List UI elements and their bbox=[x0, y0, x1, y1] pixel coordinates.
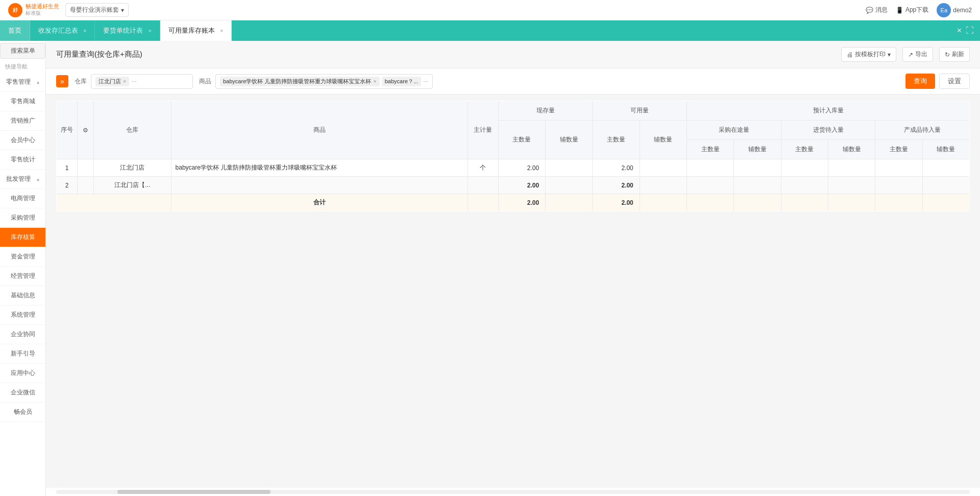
tab-order-summary[interactable]: 要货单统计表 × bbox=[95, 20, 160, 41]
sidebar-item-member-center[interactable]: 会员中心 bbox=[0, 131, 45, 150]
tab-available-inventory-close[interactable]: × bbox=[220, 28, 223, 34]
quick-nav-label: 快捷导航 bbox=[0, 59, 45, 73]
row-1-purchase-main bbox=[687, 159, 734, 177]
sidebar-item-basic-info[interactable]: 基础信息 bbox=[0, 286, 45, 305]
row-2-goods-sub bbox=[828, 177, 875, 194]
finance-label: 资金管理 bbox=[11, 252, 35, 261]
purchase-label: 采购管理 bbox=[11, 214, 35, 222]
warehouse-tag-close[interactable]: × bbox=[123, 78, 126, 84]
row-2-product-sub bbox=[922, 177, 969, 194]
tab-available-inventory[interactable]: 可用量库存账本 × bbox=[160, 20, 232, 41]
main-layout: 搜索菜单 快捷导航 零售管理 ▴ 零售商城 营销推广 会员中心 零售统计 批发管… bbox=[0, 41, 980, 496]
sidebar-item-retail-management[interactable]: 零售管理 ▴ bbox=[0, 73, 45, 92]
sidebar-item-finance[interactable]: 资金管理 bbox=[0, 247, 45, 267]
refresh-btn[interactable]: ↻ 刷新 bbox=[939, 47, 970, 62]
query-btn[interactable]: 查询 bbox=[905, 74, 935, 89]
refresh-icon: ↻ bbox=[945, 51, 950, 58]
summary-stock-sub bbox=[546, 194, 593, 211]
sidebar-item-enterprise-coop[interactable]: 企业协同 bbox=[0, 325, 45, 344]
tab-receive-summary-close[interactable]: × bbox=[83, 28, 86, 34]
filter-area: » 仓库 江北门店 × ··· 商品 babycare学饮杯 儿童防摔防撞吸管杯… bbox=[46, 68, 980, 95]
warehouse-filter-input[interactable]: 江北门店 × ··· bbox=[91, 74, 193, 89]
summary-stock-main: 2.00 bbox=[498, 194, 545, 211]
message-btn[interactable]: 💬 消息 bbox=[866, 6, 888, 14]
warehouse-filter-dots[interactable]: ··· bbox=[131, 78, 136, 85]
sidebar-item-ecommerce[interactable]: 电商管理 bbox=[0, 189, 45, 208]
sidebar-item-app-center[interactable]: 应用中心 bbox=[0, 364, 45, 383]
row-2-unit bbox=[468, 177, 498, 194]
app-download-label: App下载 bbox=[905, 6, 928, 14]
marketing-label: 营销推广 bbox=[11, 116, 35, 125]
table-row: 2 江北门店【... 2.00 2.00 bbox=[57, 177, 970, 194]
retail-stats-label: 零售统计 bbox=[11, 155, 35, 164]
tab-home[interactable]: 首页 bbox=[0, 20, 30, 41]
search-menu-btn[interactable]: 搜索菜单 bbox=[0, 43, 45, 59]
operations-label: 经营管理 bbox=[11, 272, 35, 280]
chat-icon: 💬 bbox=[866, 7, 873, 14]
sidebar-item-inventory[interactable]: 库存核算 bbox=[0, 228, 45, 247]
summary-available-sub bbox=[640, 194, 687, 211]
filter-toggle-btn[interactable]: » bbox=[56, 75, 68, 87]
export-icon: ↗ bbox=[908, 51, 913, 58]
product-filter-label: 商品 bbox=[199, 77, 211, 86]
summary-label-text: 合计 bbox=[171, 194, 468, 211]
logo: 好 畅捷通好生意 标准版 bbox=[8, 3, 59, 17]
sidebar-item-purchase[interactable]: 采购管理 bbox=[0, 208, 45, 228]
th-purchase-in-transit-group: 采购在途量 bbox=[687, 121, 781, 140]
sidebar-item-system[interactable]: 系统管理 bbox=[0, 305, 45, 325]
sidebar-item-enterprise-wechat[interactable]: 企业微信 bbox=[0, 383, 45, 403]
app-center-label: 应用中心 bbox=[11, 369, 35, 377]
tab-receive-summary[interactable]: 收发存汇总表 × bbox=[30, 20, 95, 41]
product-filter-input[interactable]: babycare学饮杯 儿童防摔防撞吸管杯重力球吸嘴杯宝宝水杯 × babyca… bbox=[215, 74, 433, 89]
th-main-unit: 主计量 bbox=[468, 101, 498, 159]
page-title: 可用量查询(按仓库+商品) bbox=[56, 50, 142, 59]
summary-purchase-main bbox=[687, 194, 734, 211]
sidebar-item-retail-stats[interactable]: 零售统计 bbox=[0, 150, 45, 170]
row-2-purchase-sub bbox=[734, 177, 781, 194]
warehouse-tag-value: 江北门店 bbox=[99, 78, 121, 85]
th-goods-pending-group: 进货待入量 bbox=[781, 121, 875, 140]
horizontal-scrollbar[interactable] bbox=[56, 490, 970, 494]
sidebar-item-vip-member[interactable]: 畅会员 bbox=[0, 403, 45, 422]
row-1-goods-main bbox=[781, 159, 828, 177]
row-2-no: 2 bbox=[57, 177, 78, 194]
product-tag-1-close[interactable]: × bbox=[373, 78, 376, 84]
row-1-stock-sub bbox=[546, 159, 593, 177]
sidebar-item-operations[interactable]: 经营管理 bbox=[0, 267, 45, 286]
scrollbar-thumb[interactable] bbox=[117, 490, 271, 494]
product-tag-2: babycare？... bbox=[382, 77, 421, 86]
row-1-product-sub bbox=[922, 159, 969, 177]
th-product-pending-group: 产成品待入量 bbox=[875, 121, 970, 140]
vip-member-label: 畅会员 bbox=[14, 408, 32, 416]
retail-management-label: 零售管理 bbox=[6, 78, 31, 86]
sidebar-item-new-guide[interactable]: 新手引导 bbox=[0, 344, 45, 364]
print-icon: 🖨 bbox=[847, 51, 853, 58]
th-gear[interactable]: ⚙ bbox=[78, 101, 94, 159]
tab-expand-icon[interactable]: ⛶ bbox=[966, 26, 974, 35]
warehouse-filter-label: 仓库 bbox=[75, 77, 87, 86]
product-tag-1-value: babycare学饮杯 儿童防摔防撞吸管杯重力球吸嘴杯宝宝水杯 bbox=[223, 78, 371, 85]
export-btn[interactable]: ↗ 导出 bbox=[902, 47, 933, 62]
app-download-btn[interactable]: 📱 App下载 bbox=[896, 6, 928, 14]
product-tag-2-value: babycare？... bbox=[385, 78, 418, 85]
sidebar-item-retail-store[interactable]: 零售商城 bbox=[0, 92, 45, 111]
product-filter-dots[interactable]: ··· bbox=[423, 78, 428, 85]
tab-order-summary-close[interactable]: × bbox=[148, 28, 151, 34]
tab-close-all-icon[interactable]: × bbox=[957, 26, 962, 35]
logo-icon: 好 bbox=[8, 3, 22, 17]
print-template-btn[interactable]: 🖨 按模板打印 ▾ bbox=[841, 47, 896, 62]
sidebar-item-wholesale[interactable]: 批发管理 ▴ bbox=[0, 170, 45, 189]
basic-info-label: 基础信息 bbox=[11, 291, 35, 300]
top-bar: 好 畅捷通好生意 标准版 母婴行业演示账套 ▾ 💬 消息 📱 App下载 Ea … bbox=[0, 0, 980, 20]
summary-goods-main bbox=[781, 194, 828, 211]
tab-receive-summary-label: 收发存汇总表 bbox=[38, 26, 78, 35]
sidebar-item-marketing[interactable]: 营销推广 bbox=[0, 111, 45, 131]
industry-selector[interactable]: 母婴行业演示账套 ▾ bbox=[65, 3, 129, 17]
row-2-purchase-main bbox=[687, 177, 734, 194]
settings-btn[interactable]: 设置 bbox=[939, 74, 970, 89]
th-goods-sub: 辅数量 bbox=[828, 140, 875, 159]
user-profile[interactable]: Ea demo2 bbox=[937, 3, 972, 17]
row-1-warehouse: 江北门店 bbox=[94, 159, 172, 177]
th-expected-in-group: 预计入库量 bbox=[687, 101, 970, 121]
summary-unit bbox=[468, 194, 498, 211]
